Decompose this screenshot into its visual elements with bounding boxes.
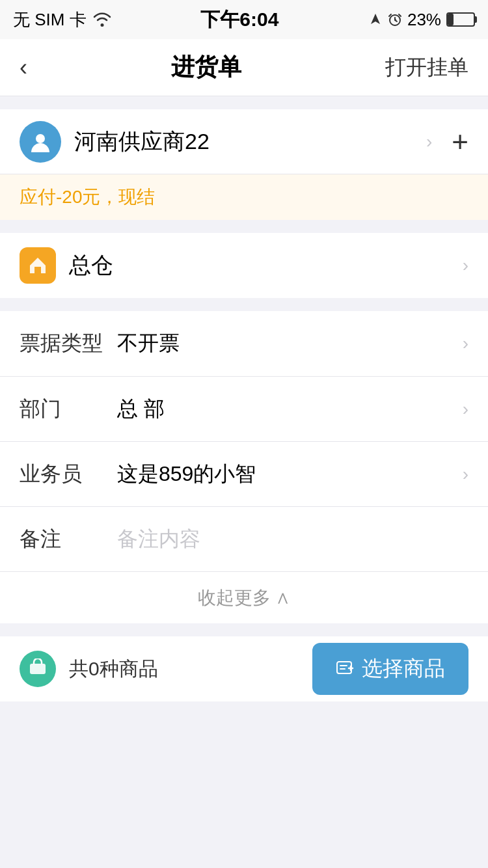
- supplier-avatar: [20, 121, 61, 163]
- notice-banner: 应付-20元，现结: [0, 174, 488, 220]
- department-arrow-icon: ›: [463, 399, 468, 420]
- department-row[interactable]: 部门 总 部 ›: [0, 376, 488, 441]
- department-label: 部门: [20, 395, 104, 424]
- svg-rect-3: [30, 664, 46, 674]
- salesman-value: 这是859的小智: [104, 460, 463, 489]
- form-section: 票据类型 不开票 › 部门 总 部 › 业务员 这是859的小智 › 备注 备注…: [0, 311, 488, 623]
- salesman-arrow-icon: ›: [463, 464, 468, 485]
- status-time: 下午6:04: [200, 7, 278, 33]
- page-title: 进货单: [171, 51, 241, 83]
- notice-text: 应付-20元，现结: [20, 187, 155, 207]
- supplier-name: 河南供应商22: [74, 127, 426, 157]
- carrier-label: 无 SIM 卡: [13, 8, 87, 31]
- salesman-label: 业务员: [20, 460, 104, 489]
- svg-point-1: [36, 134, 45, 143]
- bottom-product-section: 共0种商品 选择商品: [0, 636, 488, 701]
- product-icon: [20, 651, 56, 687]
- ticket-type-row[interactable]: 票据类型 不开票 ›: [0, 311, 488, 376]
- cart-icon: [27, 658, 48, 679]
- supplier-row[interactable]: 河南供应商22 › +: [0, 109, 488, 174]
- section-divider-warehouse: [0, 220, 488, 233]
- section-divider-top: [0, 96, 488, 109]
- collapse-toggle-label: 收起更多 ∧: [198, 586, 291, 610]
- location-icon: [368, 12, 383, 27]
- warehouse-arrow-icon: ›: [463, 255, 468, 276]
- open-pending-button[interactable]: 打开挂单: [385, 53, 468, 82]
- person-icon: [29, 130, 52, 154]
- supplier-section: 河南供应商22 › + 应付-20元，现结: [0, 109, 488, 220]
- status-right: 23%: [368, 10, 475, 30]
- select-product-label: 选择商品: [362, 655, 445, 683]
- back-button[interactable]: ‹: [20, 54, 27, 81]
- add-supplier-button[interactable]: +: [452, 126, 468, 158]
- status-left: 无 SIM 卡: [13, 8, 111, 31]
- body-background: [0, 701, 488, 868]
- section-divider-form: [0, 298, 488, 311]
- department-value: 总 部: [104, 395, 463, 424]
- warehouse-row[interactable]: 总仓 ›: [0, 233, 488, 298]
- ticket-type-value: 不开票: [104, 329, 463, 358]
- note-label: 备注: [20, 525, 104, 554]
- warehouse-icon: [20, 247, 56, 284]
- collapse-toggle[interactable]: 收起更多 ∧: [0, 571, 488, 623]
- supplier-arrow-icon: ›: [426, 131, 432, 152]
- battery-percent: 23%: [407, 10, 441, 30]
- wifi-icon: [93, 12, 111, 27]
- nav-bar: ‹ 进货单 打开挂单: [0, 39, 488, 96]
- status-bar: 无 SIM 卡 下午6:04 23%: [0, 0, 488, 39]
- product-count-label: 共0种商品: [69, 656, 312, 683]
- warehouse-section: 总仓 ›: [0, 233, 488, 298]
- alarm-icon: [388, 12, 402, 27]
- battery-icon: [446, 12, 475, 27]
- svg-rect-2: [34, 267, 41, 273]
- salesman-row[interactable]: 业务员 这是859的小智 ›: [0, 441, 488, 506]
- ticket-type-label: 票据类型: [20, 329, 104, 358]
- ticket-type-arrow-icon: ›: [463, 333, 468, 354]
- select-product-icon: [336, 659, 355, 679]
- note-input[interactable]: 备注内容: [104, 525, 468, 554]
- warehouse-name: 总仓: [69, 251, 463, 280]
- note-row[interactable]: 备注 备注内容: [0, 506, 488, 571]
- select-product-button[interactable]: 选择商品: [312, 643, 468, 695]
- home-icon: [27, 255, 48, 276]
